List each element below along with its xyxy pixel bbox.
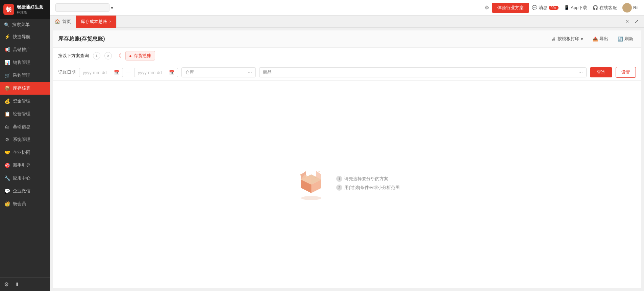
refresh-icon: 🔄: [618, 37, 623, 42]
cooperation-icon: 🤝: [4, 150, 10, 155]
refresh-btn[interactable]: 🔄 刷新: [615, 34, 636, 43]
tab-expand-button[interactable]: ⤢: [631, 17, 641, 26]
calendar-start-icon[interactable]: 📅: [114, 70, 119, 75]
sidebar-item-operation[interactable]: 📋 经营管理: [0, 107, 50, 120]
topbar-search-input[interactable]: [55, 3, 109, 12]
online-support-item[interactable]: 🎧 在线客服: [593, 5, 617, 11]
finance-icon: 💰: [4, 98, 10, 104]
sidebar-item-sales[interactable]: 📊 销售管理: [0, 56, 50, 69]
message-icon: 💬: [532, 5, 537, 10]
message-item[interactable]: 💬 消息 99+: [532, 5, 559, 11]
sidebar-item-cooperation[interactable]: 🤝 企业协同: [0, 146, 50, 159]
print-dropdown-icon[interactable]: ▾: [581, 37, 583, 42]
sidebar-search-item[interactable]: 🔍 搜索菜单: [0, 19, 50, 30]
step2-num: 2: [336, 185, 342, 191]
sidebar-search-label: 搜索菜单: [12, 22, 30, 28]
sidebar-item-app-center[interactable]: 🔧 应用中心: [0, 172, 50, 185]
sidebar-item-label: 企业微信: [13, 188, 30, 194]
app-center-icon: 🔧: [4, 175, 10, 181]
sidebar-item-label: 资金管理: [13, 98, 30, 104]
sidebar-item-label: 畅会员: [13, 201, 26, 207]
member-icon: 👑: [4, 201, 10, 207]
sidebar-item-finance[interactable]: 💰 资金管理: [0, 95, 50, 107]
empty-step1: 1 请先选择要分析的方案: [336, 176, 399, 182]
filter-bar: 按以下方案查询 + × 《 ● 存货总账: [53, 48, 641, 64]
tab-right-actions: × ⤢: [623, 17, 644, 26]
export-btn[interactable]: 📤 导出: [590, 34, 611, 43]
sidebar-item-purchase[interactable]: 🛒 采购管理: [0, 69, 50, 82]
sidebar-item-member[interactable]: 👑 畅会员: [0, 197, 50, 210]
scheme-label: 存货总账: [134, 53, 151, 59]
search-icon: 🔍: [4, 22, 9, 27]
system-icon: ⚙: [4, 137, 10, 142]
sidebar-item-inventory[interactable]: 📦 库存核算: [0, 82, 50, 95]
filter-clear-button[interactable]: ×: [104, 52, 112, 59]
filter-collapse-button[interactable]: 《: [116, 52, 121, 59]
sidebar-item-label: 经营管理: [13, 111, 30, 117]
quick-nav-icon: ⚡: [4, 34, 10, 40]
warehouse-select[interactable]: 仓库 ···: [181, 67, 256, 77]
tab-close-icon[interactable]: ×: [109, 20, 112, 24]
query-button[interactable]: 查询: [590, 67, 612, 77]
tab-inventory-ledger[interactable]: 库存成本总账 ×: [76, 16, 117, 28]
empty-illustration-svg: ✦ ✦ ✦: [294, 168, 328, 201]
sidebar-footer: ⚙ ⏸: [0, 277, 50, 291]
svg-text:✦: ✦: [318, 170, 320, 173]
date-start-placeholder: yyyy-mm-dd: [83, 70, 107, 75]
app-logo-icon: 畅: [3, 4, 14, 15]
app-version: 标准版: [17, 10, 43, 15]
svg-text:✦: ✦: [299, 173, 302, 177]
tab-home[interactable]: 🏠 首页: [50, 16, 76, 28]
empty-instructions: 1 请先选择要分析的方案 2 用[过滤]条件来缩小分析范围: [336, 176, 399, 193]
topbar-dropdown-icon[interactable]: ▾: [111, 5, 113, 10]
svg-text:✦: ✦: [315, 176, 316, 178]
page-header: 库存总账(存货总账) 🖨 按模板打印 ▾ 📤 导出 🔄 刷新: [53, 30, 641, 48]
sidebar-item-wechat[interactable]: 💬 企业微信: [0, 185, 50, 197]
product-placeholder: 商品: [263, 69, 272, 75]
guide-icon: 🎯: [4, 163, 10, 168]
sales-icon: 📊: [4, 60, 10, 65]
sidebar-item-guide[interactable]: 🎯 新手引导: [0, 159, 50, 172]
svg-point-0: [301, 196, 321, 200]
filter-row: 记账日期 yyyy-mm-dd 📅 — yyyy-mm-dd 📅 仓库 ··· …: [53, 64, 641, 81]
date-dash: —: [126, 70, 131, 75]
print-label: 按模板打印: [558, 36, 579, 42]
date-start-input[interactable]: yyyy-mm-dd 📅: [79, 68, 123, 77]
trial-btn[interactable]: 体验行业方案: [492, 3, 529, 13]
tab-close-button[interactable]: ×: [623, 17, 631, 26]
message-badge: 99+: [549, 6, 559, 10]
footer-collapse-icon[interactable]: ⏸: [14, 282, 20, 288]
filter-scheme-tag[interactable]: ● 存货总账: [125, 51, 155, 60]
filter-add-button[interactable]: +: [93, 52, 100, 59]
footer-settings-icon[interactable]: ⚙: [4, 281, 9, 288]
sidebar-item-marketing[interactable]: 📢 营销推广: [0, 43, 50, 56]
sidebar-item-system[interactable]: ⚙ 系统管理: [0, 133, 50, 146]
export-icon: 📤: [593, 37, 598, 42]
purchase-icon: 🛒: [4, 73, 10, 78]
sidebar-item-label: 新手引导: [13, 162, 30, 168]
main-area: ▾ ⚙ 体验行业方案 💬 消息 99+ 📱 App下载 🎧 在线客服 Rit: [50, 0, 644, 291]
print-icon: 🖨: [552, 37, 556, 42]
settings-button[interactable]: 设置: [616, 67, 636, 78]
product-more-icon: ···: [578, 69, 583, 75]
sidebar-item-quick-nav[interactable]: ⚡ 快捷导航: [0, 30, 50, 43]
export-label: 导出: [599, 36, 608, 42]
sidebar-item-label: 应用中心: [13, 175, 30, 181]
sidebar-item-label: 基础信息: [13, 124, 30, 130]
topbar: ▾ ⚙ 体验行业方案 💬 消息 99+ 📱 App下载 🎧 在线客服 Rit: [50, 0, 644, 16]
topbar-settings-button[interactable]: ⚙: [485, 4, 489, 11]
sidebar-item-label: 库存核算: [13, 85, 30, 91]
sidebar-item-basic[interactable]: 🗂 基础信息: [0, 120, 50, 133]
user-avatar-item[interactable]: Rit: [622, 3, 639, 13]
product-select[interactable]: 商品 ···: [259, 67, 587, 77]
phone-icon: 📱: [564, 5, 569, 10]
calendar-end-icon[interactable]: 📅: [169, 70, 174, 75]
app-name: 畅捷通好生意: [17, 4, 43, 10]
app-download-item[interactable]: 📱 App下载: [564, 5, 587, 11]
empty-step2: 2 用[过滤]条件来缩小分析范围: [336, 185, 399, 191]
operation-icon: 📋: [4, 111, 10, 117]
print-btn[interactable]: 🖨 按模板打印 ▾: [549, 34, 586, 43]
sidebar-item-label: 企业协同: [13, 149, 30, 155]
sidebar-item-label: 采购管理: [13, 72, 30, 78]
date-end-input[interactable]: yyyy-mm-dd 📅: [134, 68, 178, 77]
